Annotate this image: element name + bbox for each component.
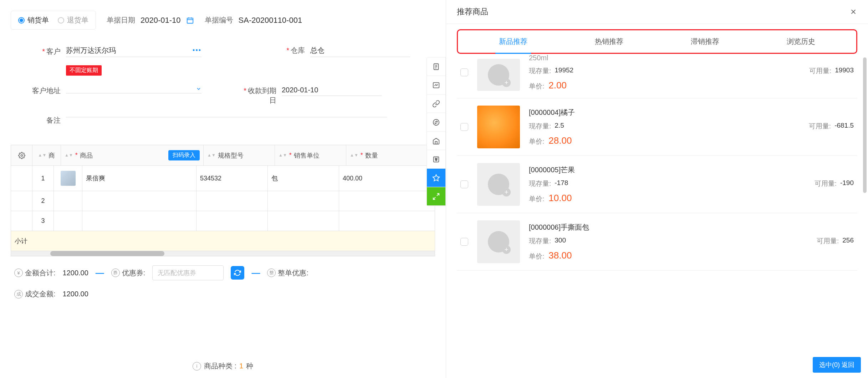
table-row[interactable]: 1 果倍爽 534532 包 400.00 [11,166,435,191]
item-checkbox[interactable] [460,180,468,188]
avail-label: 可用量: [809,122,831,131]
radio-return-order[interactable]: 退货单 [58,15,88,25]
customer-input[interactable]: 苏州万达沃尔玛 ••• [66,44,201,57]
warehouse-input[interactable]: 总仓 [310,44,410,57]
price-value: 10.00 [548,193,572,204]
note-icon[interactable] [427,57,445,76]
remark-input[interactable] [66,114,387,117]
product-name: [0000005]芒果 [529,165,854,175]
horizontal-scrollbar[interactable] [11,251,435,256]
doc-date-value[interactable]: 2020-01-10 [141,16,181,25]
table-row[interactable]: 2 [11,191,435,211]
refresh-coupon-button[interactable] [231,266,244,280]
coupon-label: 券优惠券: [111,268,145,278]
grid-settings-button[interactable] [11,145,32,165]
currency-icon[interactable]: ¥ [427,150,445,169]
deal-amount-value: 1200.00 [63,290,88,298]
yen-icon: ¥ [14,269,23,277]
exchange-icon[interactable] [427,113,445,132]
tab-hot-products[interactable]: 热销推荐 [588,33,630,50]
stock-value: 2.5 [555,122,564,131]
col-qty[interactable]: ▲▼*数量 [346,145,389,165]
price-value: 38.00 [548,250,572,261]
warehouse-icon[interactable] [427,132,445,150]
warehouse-label: *仓库 [266,44,305,55]
calendar-icon[interactable] [186,16,194,24]
item-checkbox[interactable] [460,238,468,246]
svg-text:¥: ¥ [435,157,438,161]
stock-value: 19952 [555,66,573,76]
tab-slow-products[interactable]: 滞销推荐 [684,33,726,50]
deal-icon: 成 [14,290,23,298]
recommend-item[interactable]: [0000004]橘子 现存量:2.5 可用量:-681.5 单价:28.00 [457,98,857,156]
item-checkbox[interactable] [460,68,468,76]
avail-label: 可用量: [817,236,839,246]
due-date-label: *收款到期日 [237,85,276,105]
col-unit[interactable]: ▲▼*销售单位 [275,145,346,165]
vertical-scrollbar[interactable] [863,57,867,193]
radio-sales-order[interactable]: 销货单 [18,15,49,25]
order-discount-label: 整整单优惠: [267,268,308,278]
col-image[interactable]: ▲▼商 [32,145,61,165]
row-index: 3 [32,211,54,231]
address-select[interactable] [66,85,201,93]
minus-icon: — [96,268,104,278]
star-icon[interactable] [427,169,445,187]
svg-point-10 [433,119,439,125]
price-value: 2.00 [548,80,567,91]
product-image [477,220,520,263]
coupon-input[interactable]: 无匹配优惠券 [152,265,224,280]
link-icon[interactable] [427,94,445,113]
doc-no-label: 单据编号 [205,15,233,25]
recommend-title: 推荐商品 [457,6,488,17]
close-icon[interactable] [849,8,857,16]
svg-line-16 [433,197,435,199]
product-name: [0000004]橘子 [529,108,854,117]
stock-label: 现存量: [529,179,551,188]
cell-product[interactable]: 果倍爽 [82,166,196,191]
stock-label: 现存量: [529,236,551,246]
recommend-item[interactable]: 250ml 现存量:19952 可用量:19903 单价:2.00 [457,54,857,98]
table-row[interactable]: 3 [11,211,435,231]
selected-return-button[interactable]: 选中(0) 返回 [813,357,861,373]
avail-label: 可用量: [815,179,837,188]
address-label: 客户地址 [21,85,61,96]
cell-qty[interactable]: 400.00 [339,166,382,191]
expand-icon[interactable] [427,187,445,206]
product-thumb [61,171,76,186]
doc-date-label: 单据日期 [107,15,135,25]
recommend-item[interactable]: [0000005]芒果 现存量:-178 可用量:-190 单价:10.00 [457,156,857,213]
svg-rect-11 [435,141,437,144]
avail-label: 可用量: [809,66,831,76]
cell-spec[interactable]: 534532 [196,166,268,191]
total-amount-label: ¥金额合计: [14,268,56,278]
col-spec[interactable]: ▲▼规格型号 [204,145,275,165]
price-label: 单价: [529,194,544,204]
info-icon: i [193,362,201,371]
price-value: 28.00 [548,135,572,146]
price-label: 单价: [529,137,544,146]
total-amount-value: 1200.00 [63,269,88,277]
due-date-input[interactable]: 2020-01-10 [282,85,382,96]
subtotal-row: 小计 [11,231,435,251]
radio-dot-icon [18,17,25,24]
scan-input-badge[interactable]: 扫码录入 [168,150,200,160]
cell-unit[interactable]: 包 [268,166,339,191]
price-label: 单价: [529,252,544,261]
chart-icon[interactable] [427,76,445,94]
col-product[interactable]: ▲▼*商品扫码录入 [61,145,204,165]
recommend-item[interactable]: [0000006]手撕面包 现存量:300 可用量:256 单价:38.00 [457,213,857,271]
side-toolbar: ¥ [427,57,446,206]
stock-value: 300 [555,236,566,246]
more-icon[interactable]: ••• [193,47,201,54]
product-image [477,59,520,91]
avail-value: 19903 [835,66,854,76]
product-image [477,163,520,206]
stock-label: 现存量: [529,66,551,76]
doc-type-radio-group: 销货单 退货单 [11,11,96,30]
svg-point-4 [21,154,22,156]
tab-new-products[interactable]: 新品推荐 [492,33,535,50]
tab-browse-history[interactable]: 浏览历史 [780,33,822,50]
row-index: 1 [32,166,54,191]
item-checkbox[interactable] [460,123,468,131]
